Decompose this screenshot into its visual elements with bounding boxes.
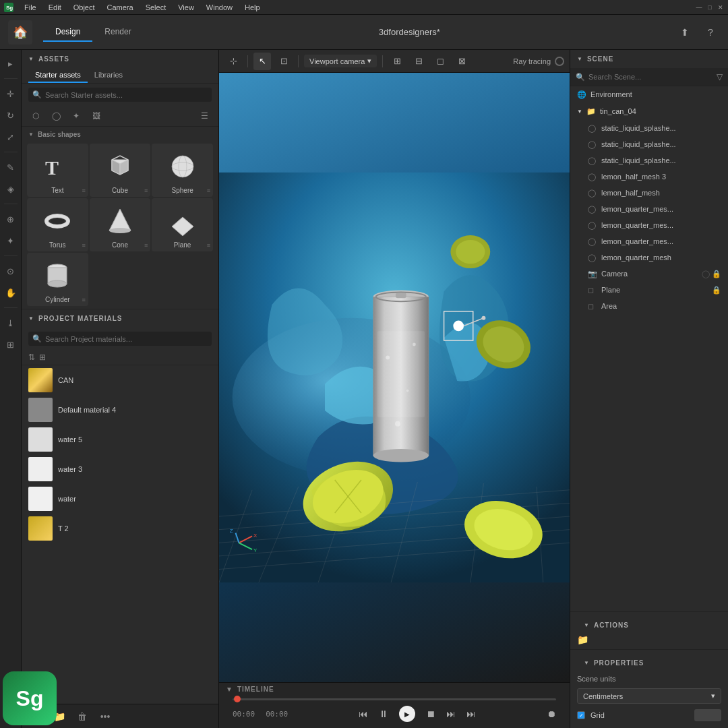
assets-section-header[interactable]: ▼ ASSETS [22,50,218,68]
add-material-button[interactable]: ＋ [28,708,44,725]
shape-cylinder[interactable]: Cylinder ≡ [27,253,88,306]
tab-starter-assets[interactable]: Starter assets [28,68,88,83]
material-item-can[interactable]: CAN [22,365,218,395]
materials-grid-button[interactable]: ⊞ [39,353,46,362]
share-button[interactable]: ⬆ [675,23,694,42]
scene-item-environment[interactable]: 🌐 Environment [570,86,728,102]
materials-search-input[interactable] [45,335,208,343]
shape-torus[interactable]: Torus ≡ [27,198,88,251]
menu-camera[interactable]: Camera [102,2,139,13]
shape-cube-settings[interactable]: ≡ [144,187,148,194]
scene-item-liquid-1[interactable]: ◯ static_liquid_splashe... [581,120,728,136]
record-button[interactable]: ⏺ [547,708,556,719]
search-scene-button[interactable]: ⊙ [1,262,20,280]
filter-light-btn[interactable]: ✦ [69,109,84,123]
properties-header[interactable]: ▼ PROPERTIES [577,654,721,672]
scene-filter-icon[interactable]: ▽ [717,72,723,82]
step-back-button[interactable]: ⏸ [379,708,388,719]
actions-header[interactable]: ▼ ACTIONS [577,616,721,634]
menu-file[interactable]: File [19,2,42,13]
shape-sphere[interactable]: Sphere ≡ [152,144,213,197]
shape-torus-settings[interactable]: ≡ [82,242,85,249]
hand-tool-button[interactable]: ✋ [1,283,20,302]
scene-item-plane[interactable]: ◻ Plane 🔒 [581,282,728,298]
add-object-button[interactable]: ⊕ [1,210,20,229]
filter-list-btn[interactable]: ☰ [197,109,212,123]
menu-edit[interactable]: Edit [43,2,67,13]
transform-button[interactable]: ✛ [1,84,20,103]
vt-align-btn[interactable]: ⊠ [453,53,471,70]
scene-header[interactable]: ▼ SCENE [570,50,728,68]
project-materials-header[interactable]: ▼ PROJECT MATERIALS [22,309,218,328]
viewport-move-btn[interactable]: ↖ [253,53,271,70]
goto-end-button[interactable]: ⏭ [466,708,476,719]
tab-render[interactable]: Render [92,23,143,42]
scene-item-lemon-q4[interactable]: ◯ lemon_quarter_mesh [581,249,728,266]
goto-start-button[interactable]: ⏮ [359,708,368,719]
tab-libraries[interactable]: Libraries [88,68,129,83]
assets-search-input[interactable] [45,91,208,99]
shape-cone-settings[interactable]: ≡ [144,242,148,249]
scene-search-input[interactable] [588,73,713,81]
layers-button[interactable]: ⊞ [1,335,20,354]
material-item-water5[interactable]: water 5 [22,425,218,454]
minimize-button[interactable]: — [694,3,704,12]
step-forward-button[interactable]: ⏭ [446,708,456,719]
import-material-button[interactable]: 📁 [51,708,67,725]
shape-plane[interactable]: Plane ≡ [152,198,213,251]
scene-item-liquid-2[interactable]: ◯ static_liquid_splashe... [581,136,728,152]
viewport-tool-1[interactable]: ⊹ [224,53,242,70]
material-button[interactable]: ◈ [1,179,20,198]
filter-material-btn[interactable]: ◯ [49,109,63,123]
menu-help[interactable]: Help [239,2,266,13]
scene-item-lemon-q3[interactable]: ◯ lemon_quarter_mes... [581,233,728,249]
material-item-default4[interactable]: Default material 4 [22,395,218,425]
vt-snap-btn[interactable]: ◻ [431,53,449,70]
scale-button[interactable]: ⤢ [1,127,20,146]
shape-cube[interactable]: Cube ≡ [90,144,151,197]
menu-view[interactable]: View [173,2,200,13]
scene-folder-tin-can[interactable]: ▼ 📁 tin_can_04 [570,102,728,120]
maximize-button[interactable]: □ [705,3,715,12]
menu-object[interactable]: Object [68,2,100,13]
material-item-water3[interactable]: water 3 [22,454,218,484]
help-button[interactable]: ? [701,23,720,42]
add-action-button[interactable]: 📁 [577,634,721,645]
grid-checkbox[interactable]: ✓ [577,711,585,719]
vt-frame-btn[interactable]: ⊞ [388,53,406,70]
paint-button[interactable]: ✎ [1,158,20,177]
menu-select[interactable]: Select [140,2,172,13]
materials-sort-button[interactable]: ⇅ [28,353,35,362]
vt-grid-btn[interactable]: ⊟ [410,53,427,70]
delete-material-button[interactable]: 🗑 [74,708,90,725]
material-item-t2[interactable]: T 2 [22,514,218,543]
filter-3d-btn[interactable]: ⬡ [28,109,43,123]
scene-item-camera[interactable]: 📷 Camera ◯ 🔒 [581,266,728,282]
scene-units-dropdown[interactable]: Centimeters ▾ [577,688,721,704]
viewport-canvas[interactable]: X Y Z [219,73,570,682]
stop-button[interactable]: ⏹ [426,708,435,719]
shape-plane-settings[interactable]: ≡ [207,242,210,249]
shape-sphere-settings[interactable]: ≡ [207,187,210,194]
scene-item-lemon-q2[interactable]: ◯ lemon_quarter_mes... [581,217,728,233]
more-options-button[interactable]: ••• [97,708,113,725]
shape-text[interactable]: T Text ≡ [27,144,88,197]
material-item-water[interactable]: water [22,484,218,514]
scene-item-lemon-q1[interactable]: ◯ lemon_quarter_mes... [581,201,728,217]
scene-item-lemon-half[interactable]: ◯ lemon_half_mesh [581,185,728,201]
viewport-snap-btn[interactable]: ⊡ [275,53,293,70]
shape-cylinder-settings[interactable]: ≡ [82,297,85,303]
grid-toggle[interactable] [694,709,721,721]
rotate-button[interactable]: ↻ [1,106,20,125]
close-button[interactable]: ✕ [716,3,725,12]
menu-window[interactable]: Window [201,2,238,13]
shape-cone[interactable]: Cone ≡ [90,198,151,251]
scene-item-area[interactable]: ◻ Area [581,298,728,314]
import-button[interactable]: ⤓ [1,313,20,332]
tab-design[interactable]: Design [43,23,92,42]
camera-dropdown[interactable]: Viewport camera ▾ [304,55,377,67]
shape-text-settings[interactable]: ≡ [82,187,85,194]
filter-image-btn[interactable]: 🖼 [89,109,104,123]
select-tool-button[interactable]: ▸ [1,54,20,73]
move-button[interactable]: ✦ [1,231,20,250]
